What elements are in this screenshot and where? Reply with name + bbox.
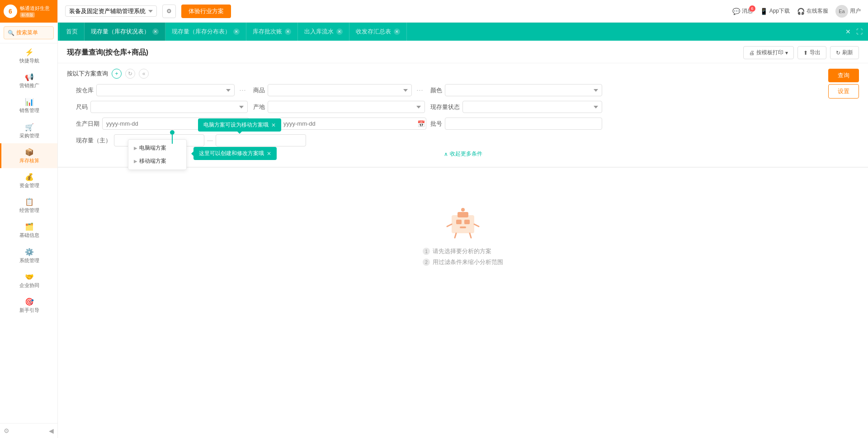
sidebar-item-operation[interactable]: 📋 经营管理 (0, 193, 57, 218)
page-title: 现存量查询(按仓库+商品) (67, 48, 148, 57)
filter-row-2: 尺码 产地 现存量状态 (76, 101, 859, 113)
stock-status-select[interactable] (462, 101, 602, 113)
search-menu-button[interactable]: 🔍 搜索菜单 (4, 26, 54, 39)
tab-close-batch-ledger[interactable]: ✕ (285, 28, 291, 35)
sidebar: 6 畅通道好生意 标准版 🔍 搜索菜单 ⚡ 快捷导航 📢 营销推广 📊 销售管理… (0, 0, 58, 438)
filter-row-1: 按仓库 ··· 商品 ··· 颜色 (76, 84, 859, 96)
filter-field-batch: 批号 (430, 118, 602, 130)
batch-input[interactable] (445, 118, 602, 130)
goods-more-icon[interactable]: ··· (415, 85, 425, 95)
system-icon: ⚙️ (25, 248, 34, 256)
scheme-tree-item-pc[interactable]: ▶ 电脑端方案 (128, 141, 186, 155)
page-header: 现存量查询(按仓库+商品) 🖨 按模板打印 ▾ ⬆ 导出 ↻ 刷新 (58, 41, 868, 63)
tab-inventory-dist[interactable]: 现存量（库存分布表） ✕ (165, 23, 246, 41)
scheme-tooltip-1: 电脑方案可设为移动方案哦 ✕ (198, 118, 281, 132)
size-select[interactable] (90, 101, 248, 113)
expand-arrow-icon-2: ▶ (134, 159, 137, 164)
svg-rect-3 (460, 226, 466, 228)
sidebar-item-enterprise[interactable]: 🤝 企业协同 (0, 268, 57, 293)
online-support-button[interactable]: 🎧 在线客服 (797, 7, 828, 15)
sidebar-item-finance[interactable]: 💰 资金管理 (0, 168, 57, 193)
filter-field-stock-status: 现存量状态 (430, 101, 602, 113)
tooltip-1-close[interactable]: ✕ (271, 122, 276, 128)
tab-close-receive-summary[interactable]: ✕ (394, 28, 400, 35)
system-select[interactable]: 装备及固定资产辅助管理系统 (65, 5, 157, 17)
fullscreen-button[interactable]: ⛶ (854, 26, 864, 37)
stock-main-to-input[interactable] (216, 134, 306, 146)
empty-state: 1 请先选择要分析的方案 2 用过滤条件来缩小分析范围 (58, 168, 868, 305)
purchase-icon: 🛒 (25, 123, 34, 132)
scheme-tooltip-2: 这里可以创建和修改方案哦 ✕ (193, 147, 277, 160)
close-all-tabs-button[interactable]: ✕ (844, 26, 853, 37)
message-button[interactable]: 💬 消息 6 (732, 7, 753, 15)
scheme-tree-item-mobile[interactable]: ▶ 移动端方案 (128, 155, 186, 168)
export-button[interactable]: ⬆ 导出 (797, 46, 826, 59)
print-icon: 🖨 (749, 50, 755, 56)
tab-close-inventory-dist[interactable]: ✕ (233, 28, 240, 35)
sidebar-search-area: 🔍 搜索菜单 (0, 23, 57, 43)
logo-icon: 6 (4, 5, 17, 18)
sidebar-item-system[interactable]: ⚙️ 系统管理 (0, 243, 57, 268)
warehouse-more-icon[interactable]: ··· (237, 85, 248, 95)
refresh-icon: ↻ (836, 50, 840, 56)
sidebar-item-purchase[interactable]: 🛒 采购管理 (0, 118, 57, 143)
trial-button[interactable]: 体验行业方案 (181, 5, 231, 18)
sales-icon: 📊 (25, 98, 34, 106)
svg-rect-4 (458, 212, 468, 217)
sidebar-item-quicknav[interactable]: ⚡ 快捷导航 (0, 43, 57, 68)
tab-close-inventory-status[interactable]: ✕ (152, 28, 159, 35)
app-download-button[interactable]: 📱 App下载 (760, 7, 790, 15)
finance-icon: 💰 (25, 173, 34, 181)
sidebar-item-basic[interactable]: 🗂️ 基础信息 (0, 218, 57, 243)
filter-row-4: 现存量（主） — (76, 134, 859, 146)
tab-receive-summary[interactable]: 收发存汇总表 ✕ (349, 23, 407, 41)
svg-rect-1 (456, 220, 462, 224)
filter-label: 按以下方案查询 (67, 70, 108, 78)
empty-state-tips: 1 请先选择要分析的方案 2 用过滤条件来缩小分析范围 (423, 247, 503, 269)
filter-header: 按以下方案查询 + ↻ « (67, 69, 859, 79)
reset-button[interactable]: 设置 (828, 84, 859, 99)
add-scheme-button[interactable]: + (112, 69, 122, 79)
refresh-scheme-button[interactable]: ↻ (125, 69, 135, 79)
sidebar-item-guide[interactable]: 🎯 新手引导 (0, 293, 57, 318)
tab-batch-ledger[interactable]: 库存批次账 ✕ (246, 23, 298, 41)
quicknav-icon: ⚡ (25, 48, 34, 57)
collapse-sidebar-button[interactable]: ◀ (49, 427, 54, 434)
content-inner: 现存量查询(按仓库+商品) 🖨 按模板打印 ▾ ⬆ 导出 ↻ 刷新 (58, 41, 868, 438)
tab-inout-flow[interactable]: 出入库流水 ✕ (298, 23, 349, 41)
color-select[interactable] (445, 84, 602, 96)
sidebar-item-inventory[interactable]: 📦 库存核算 (0, 143, 57, 168)
origin-select[interactable] (268, 101, 425, 113)
sidebar-bottom: ⚙ ◀ (0, 423, 57, 438)
sidebar-item-sales[interactable]: 📊 销售管理 (0, 93, 57, 118)
tab-close-inout-flow[interactable]: ✕ (336, 28, 343, 35)
inventory-icon: 📦 (25, 148, 34, 156)
settings-gear-button[interactable]: ⚙ (162, 5, 176, 18)
tab-home[interactable]: 首页 (60, 23, 85, 41)
calendar-icon-expire[interactable]: 📅 (417, 120, 425, 127)
filter-field-color: 颜色 (430, 84, 602, 96)
template-print-button[interactable]: 🖨 按模板打印 ▾ (743, 46, 794, 59)
svg-line-7 (474, 224, 479, 226)
filter-field-warehouse: 按仓库 ··· (76, 84, 248, 96)
system-selector-area: 装备及固定资产辅助管理系统 (65, 5, 157, 17)
filter-field-size: 尺码 (76, 101, 248, 113)
topbar: 装备及固定资产辅助管理系统 ⚙ 体验行业方案 💬 消息 6 📱 App下载 🎧 … (58, 0, 868, 23)
scheme-tree: ▶ 电脑端方案 ▶ 移动端方案 (128, 139, 187, 170)
svg-line-9 (470, 233, 471, 238)
back-scheme-button[interactable]: « (139, 69, 149, 79)
filter-field-origin: 产地 (253, 101, 425, 113)
filter-area: 查询 设置 按以下方案查询 + ↻ « 电脑方案可设为移动方案哦 ✕ (58, 63, 868, 167)
query-button[interactable]: 查询 (828, 69, 859, 82)
settings-button[interactable]: ⚙ (4, 427, 9, 434)
tab-inventory-status[interactable]: 现存量（库存状况表） ✕ (85, 23, 165, 41)
expire-date-input[interactable] (279, 118, 426, 130)
refresh-button[interactable]: ↻ 刷新 (830, 46, 859, 59)
svg-line-8 (455, 233, 456, 238)
tooltip-2-close[interactable]: ✕ (267, 151, 271, 157)
user-menu-button[interactable]: Ea 用户 (835, 5, 861, 18)
sidebar-item-marketing[interactable]: 📢 营销推广 (0, 68, 57, 93)
guide-icon: 🎯 (25, 297, 34, 306)
goods-select[interactable] (268, 84, 412, 96)
warehouse-select[interactable] (96, 84, 235, 96)
